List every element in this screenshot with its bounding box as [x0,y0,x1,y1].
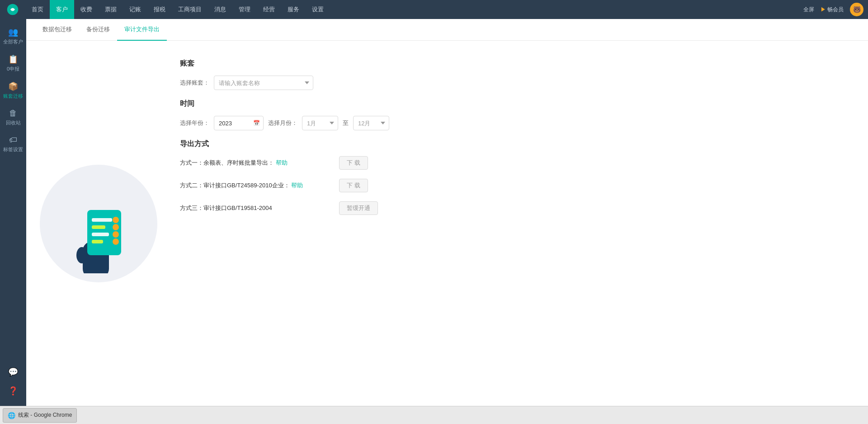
member-btn[interactable]: ▶ 畅会员 [821,6,844,14]
tab-backup-migrate[interactable]: 备份迁移 [79,19,117,41]
app-logo [5,1,21,18]
method-1-help-link[interactable]: 帮助 [276,159,288,166]
tab-audit-export[interactable]: 审计文件导出 [117,19,167,41]
sidebar-item-zero-declare[interactable]: 📋 0申报 [0,50,26,77]
svg-rect-6 [92,225,105,229]
sidebar-item-recycle[interactable]: 🗑 回收站 [0,104,26,131]
nav-message[interactable]: 消息 [208,0,232,19]
chat-icon: 💬 [8,367,18,377]
month-start-label: 选择月份： [268,119,297,127]
month-start-select[interactable]: 1月 2月 3月 12月 [302,116,338,130]
help-icon: ❓ [8,386,18,396]
method-2-label: 方式二：审计接口GB/T24589-2010企业： 帮助 [180,181,334,190]
user-avatar[interactable]: 🐻 [850,3,863,16]
nav-manage[interactable]: 管理 [232,0,257,19]
sidebar: 👥 全部客户 📋 0申报 📦 账套迁移 🗑 回收站 🏷 标签设置 💬 ❓ [0,19,26,406]
illustration-area [35,54,162,392]
sidebar-label-recycle: 回收站 [6,119,21,126]
svg-rect-7 [92,233,109,236]
form-area: 账套 选择账套： 请输入账套名称 时间 选择年份： 2023 📅 选择月份： [180,54,859,392]
account-section-title: 账套 [180,59,859,68]
svg-point-11 [113,231,119,238]
nav-fee[interactable]: 收费 [74,0,99,19]
all-customers-icon: 👥 [8,27,18,37]
nav-items: 首页 客户 收费 票据 记账 报税 工商项目 消息 管理 经营 服务 设置 [25,0,803,19]
method-1-download-btn[interactable]: 下 载 [339,156,368,170]
sidebar-item-all-customers[interactable]: 👥 全部客户 [0,23,26,50]
method-1-label: 方式一：余额表、序时账批量导出： 帮助 [180,159,334,167]
time-section-title: 时间 [180,99,859,109]
illustration-svg [53,174,144,273]
taskbar: 🌐 线索 - Google Chrome [0,406,868,424]
fullscreen-btn[interactable]: 全屏 [803,6,814,14]
nav-right: 全屏 ▶ 畅会员 🐻 [803,3,863,16]
year-label: 选择年份： [180,119,209,127]
tag-settings-icon: 🏷 [9,135,17,145]
illustration-circle [40,165,157,282]
time-separator: 至 [343,119,349,127]
svg-rect-8 [92,240,103,243]
nav-invoice[interactable]: 票据 [99,0,123,19]
main-layout: 👥 全部客户 📋 0申报 📦 账套迁移 🗑 回收站 🏷 标签设置 💬 ❓ [0,19,868,406]
sidebar-label-account-migrate: 账套迁移 [3,93,23,100]
nav-settings[interactable]: 设置 [306,0,330,19]
chrome-icon: 🌐 [8,412,15,419]
nav-service[interactable]: 服务 [281,0,306,19]
sidebar-label-all-customers: 全部客户 [3,38,23,45]
account-select[interactable]: 请输入账套名称 [214,76,313,90]
export-method-3: 方式三：审计接口GB/T19581-2004 暂缓开通 [180,201,859,215]
nav-business[interactable]: 工商项目 [172,0,208,19]
svg-rect-5 [92,218,112,222]
method-3-label: 方式三：审计接口GB/T19581-2004 [180,204,334,212]
account-migrate-icon: 📦 [8,81,18,91]
sidebar-item-help[interactable]: ❓ [0,381,26,400]
zero-declare-icon: 📋 [8,54,18,64]
nav-bookkeep[interactable]: 记账 [123,0,147,19]
taskbar-chrome-label: 线索 - Google Chrome [18,411,72,419]
export-method-2: 方式二：审计接口GB/T24589-2010企业： 帮助 下 载 [180,179,859,192]
year-input-wrap: 2023 📅 [214,116,264,130]
sidebar-bottom: 💬 ❓ [0,362,26,406]
method-2-download-btn[interactable]: 下 载 [339,179,368,192]
nav-operation[interactable]: 经营 [257,0,281,19]
sidebar-label-zero-declare: 0申报 [7,66,19,72]
svg-point-9 [113,217,119,223]
method-3-open-btn[interactable]: 暂缓开通 [339,201,378,215]
nav-customer[interactable]: 客户 [50,0,74,19]
export-method-1: 方式一：余额表、序时账批量导出： 帮助 下 载 [180,156,859,170]
month-end-select[interactable]: 12月 1月 6月 [353,116,389,130]
page-content: 账套 选择账套： 请输入账套名称 时间 选择年份： 2023 📅 选择月份： [26,41,868,406]
sidebar-item-chat[interactable]: 💬 [0,362,26,381]
method-2-help-link[interactable]: 帮助 [291,182,303,189]
recycle-icon: 🗑 [9,109,17,118]
export-section-title: 导出方式 [180,139,859,149]
tab-bar: 数据包迁移 备份迁移 审计文件导出 [26,19,868,41]
sidebar-label-tag-settings: 标签设置 [3,146,23,153]
svg-point-10 [113,224,119,230]
taskbar-chrome-btn[interactable]: 🌐 线索 - Google Chrome [3,408,77,423]
nav-home[interactable]: 首页 [25,0,50,19]
sidebar-item-tag-settings[interactable]: 🏷 标签设置 [0,131,26,157]
tab-data-migrate[interactable]: 数据包迁移 [35,19,79,41]
time-select-row: 选择年份： 2023 📅 选择月份： 1月 2月 3月 12月 至 12月 [180,116,859,130]
account-select-row: 选择账套： 请输入账套名称 [180,76,859,90]
svg-point-3 [76,247,87,263]
sidebar-item-account-migrate[interactable]: 📦 账套迁移 [0,77,26,104]
account-select-label: 选择账套： [180,79,209,87]
svg-point-12 [113,238,119,245]
nav-tax[interactable]: 报税 [147,0,172,19]
year-input[interactable]: 2023 [214,116,264,130]
content-area: 数据包迁移 备份迁移 审计文件导出 [26,19,868,406]
top-nav: 首页 客户 收费 票据 记账 报税 工商项目 消息 管理 经营 服务 设置 全屏… [0,0,868,19]
